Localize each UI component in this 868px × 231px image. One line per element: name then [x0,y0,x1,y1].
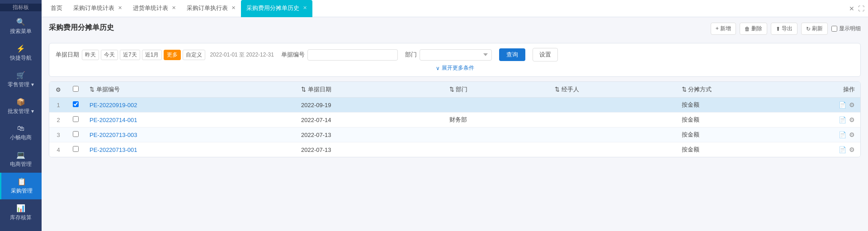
table-header: ⚙ ⇅ 单据编号 ⇅ 单据日期 ⇅ 部门 ⇅ 经手人 ⇅ 分摊方式 操作 [49,82,860,98]
sidebar-item-label: 电商管理 [10,160,32,168]
table-row: 4 PE-20220713-001 2022-07-13 按金额 📄 ⚙ [49,142,860,157]
date-btn-today[interactable]: 今天 [101,50,118,60]
row-checkbox-cell[interactable] [67,98,84,113]
edit-icon[interactable]: 📄 [839,146,846,153]
tab-采购订单统计表[interactable]: 采购订单统计表✕ [68,0,127,17]
doc-no-link[interactable]: PE-20220713-001 [90,146,137,153]
doc-no-link[interactable]: PE-20220714-001 [90,117,137,123]
sidebar-item-小畅电商[interactable]: 🛍小畅电商 [0,120,42,146]
row-checkbox-cell[interactable] [67,127,84,142]
doc-no-input[interactable] [307,49,398,61]
row-checkbox[interactable] [73,131,79,137]
tab-close-btn[interactable]: ✕ [118,5,122,11]
handler-cell [549,113,676,127]
sort-icon: ⇅ [90,86,94,93]
dept-select[interactable]: 财务部 [420,49,492,61]
handler-cell [549,98,676,113]
doc-no-label: 单据编号 [281,51,305,59]
dept-cell: 财务部 [444,113,550,127]
sidebar-icon: 🛍 [17,124,24,132]
sidebar-item-电商管理[interactable]: 💻电商管理 [0,146,42,173]
display-toggle[interactable]: 显示明细 [831,25,861,33]
method-cell: 按金额 [676,113,825,127]
row-checkbox[interactable] [73,116,79,122]
dept-cell [444,127,550,142]
export-icon: ⬆ [776,26,780,32]
refresh-button[interactable]: ↻ 刷新 [801,23,828,35]
date-btn-custom[interactable]: 自定义 [183,50,205,60]
tab-close-icon[interactable]: ✕ [849,5,854,12]
more-icon[interactable]: ⚙ [849,116,855,123]
data-table: ⚙ ⇅ 单据编号 ⇅ 单据日期 ⇅ 部门 ⇅ 经手人 ⇅ 分摊方式 操作 1 P… [49,81,861,157]
date-btn-yesterday[interactable]: 昨天 [82,50,99,60]
sidebar-item-批发管理[interactable]: 📦批发管理 ▾ [0,93,42,120]
edit-icon[interactable]: 📄 [839,131,846,138]
sidebar-item-label: 采购管理 [11,187,33,195]
sidebar-item-零售管理[interactable]: 🛒零售管理 ▾ [0,66,42,93]
sidebar-item-采购管理[interactable]: 📋采购管理 [0,173,42,199]
sort-icon: ⇅ [301,86,306,93]
page-title: 采购费用分摊单历史 [49,23,114,33]
row-checkbox[interactable] [73,101,79,107]
table-row: 3 PE-20220713-003 2022-07-13 按金额 📄 ⚙ [49,127,860,142]
sidebar-item-搜索菜单[interactable]: 🔍搜索菜单 [0,13,42,40]
date-cell: 2022-07-14 [296,113,443,127]
settings-col-header[interactable]: ⚙ [49,82,67,98]
row-checkbox-cell[interactable] [67,142,84,157]
tab-close-btn[interactable]: ✕ [231,5,236,11]
dept-label: 部门 [405,51,417,59]
table-body: 1 PE-20220919-002 2022-09-19 按金额 📄 ⚙ 2 P… [49,98,860,157]
row-checkbox[interactable] [73,146,79,152]
sidebar-item-快捷导航[interactable]: ⚡快捷导航 [0,40,42,66]
tab-close-btn[interactable]: ✕ [303,5,307,11]
doc-no-cell: PE-20220714-001 [84,113,296,127]
doc-no-link[interactable]: PE-20220919-002 [90,102,137,108]
expand-more-btn[interactable]: ∨ 展开更多条件 [56,64,854,72]
sidebar-item-label: 小畅电商 [10,134,32,141]
sidebar-item-label: 快捷导航 [10,54,32,62]
checkbox-col-header[interactable] [67,82,84,98]
main-content: 首页采购订单统计表✕进货单统计表✕采购订单执行表✕采购费用分摊单历史✕ ✕ ⛶ … [42,0,868,231]
setting-button[interactable]: 设置 [533,48,558,61]
doc-no-link[interactable]: PE-20220713-003 [90,132,137,138]
more-icon[interactable]: ⚙ [849,101,855,108]
handler-col-header: ⇅ 经手人 [549,82,676,98]
tab-expand-icon[interactable]: ⛶ [858,5,864,12]
sidebar-icon: 📋 [17,177,26,186]
sidebar-icon: 📦 [16,98,25,106]
display-checkbox[interactable] [831,26,837,32]
search-bar: 单据日期 昨天 今天 近7天 近1月 更多 自定义 2022-01-01 至 2… [49,43,861,77]
sidebar-item-资金管理[interactable]: 💰资金管理 [0,226,42,231]
handler-cell [549,127,676,142]
more-icon[interactable]: ⚙ [849,146,855,153]
search-row: 单据日期 昨天 今天 近7天 近1月 更多 自定义 2022-01-01 至 2… [56,48,854,61]
sidebar-item-label: 零售管理 ▾ [8,81,33,89]
table-row: 2 PE-20220714-001 2022-07-14 财务部 按金额 📄 ⚙ [49,113,860,127]
edit-icon[interactable]: 📄 [839,101,846,108]
row-num: 4 [49,142,67,157]
tab-进货单统计表[interactable]: 进货单统计表✕ [127,0,181,17]
date-btn-7days[interactable]: 近7天 [120,50,140,60]
doc-no-col-header: ⇅ 单据编号 [84,82,296,98]
export-button[interactable]: ⬆ 导出 [771,23,797,35]
sidebar-item-库存核算[interactable]: 📊库存核算 [0,199,42,226]
edit-icon[interactable]: 📄 [839,116,846,123]
row-checkbox-cell[interactable] [67,113,84,127]
toolbar: + 新增 🗑 删除 ⬆ 导出 ↻ 刷新 显示明细 [711,23,861,35]
tab-采购订单执行表[interactable]: 采购订单执行表✕ [181,0,241,17]
date-btn-1month[interactable]: 近1月 [142,50,162,60]
tab-label: 采购订单执行表 [187,4,228,12]
date-btn-more[interactable]: 更多 [164,50,181,60]
sidebar-item-label: 批发管理 ▾ [8,108,33,115]
tab-close-btn[interactable]: ✕ [172,5,176,11]
sidebar: 指标板 🔍搜索菜单⚡快捷导航🛒零售管理 ▾📦批发管理 ▾🛍小畅电商💻电商管理📋采… [0,0,42,231]
tab-首页[interactable]: 首页 [45,0,68,17]
dept-cell [444,142,550,157]
add-button[interactable]: + 新增 [711,23,736,35]
tab-采购费用分摊单历史[interactable]: 采购费用分摊单历史✕ [241,0,312,17]
more-icon[interactable]: ⚙ [849,131,855,138]
action-cell: 📄 ⚙ [824,127,860,142]
query-button[interactable]: 查询 [499,48,525,61]
delete-button[interactable]: 🗑 删除 [740,23,767,35]
select-all-checkbox[interactable] [73,86,79,92]
